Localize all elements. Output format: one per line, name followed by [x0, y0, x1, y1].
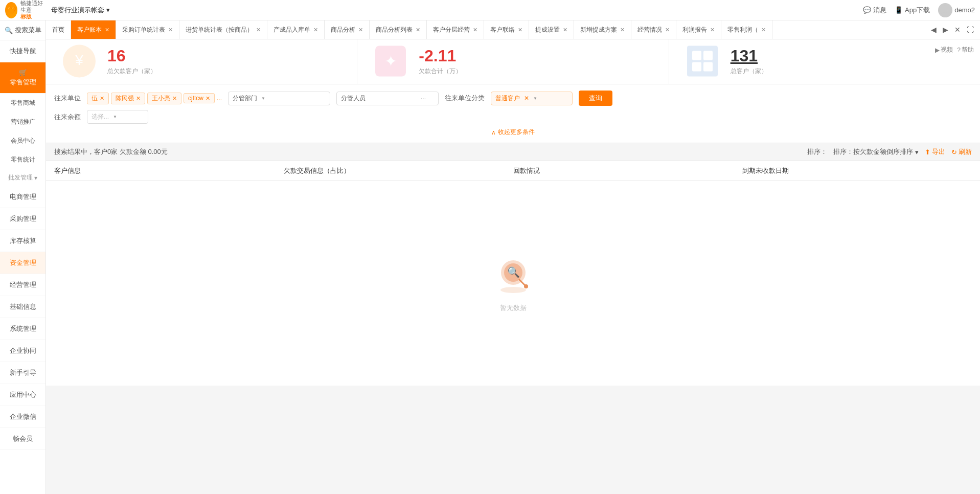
tag-remove-1[interactable]: ✕ [100, 95, 104, 102]
query-btn[interactable]: 查询 [579, 91, 612, 106]
sidebar-item-batch-mgmt[interactable]: 批发管理 ▾ [0, 169, 45, 186]
company-selector[interactable]: 母婴行业演示帐套 ▾ [51, 6, 110, 15]
message-icon: 💬 [863, 6, 871, 14]
user-profile-btn[interactable]: demo2 [938, 3, 975, 17]
download-icon: 📱 [895, 6, 903, 14]
sidebar-item-app-center[interactable]: 应用中心 [0, 384, 45, 406]
chevron-down-icon: ▾ [106, 6, 110, 14]
col-due-date: 到期未收款日期 [742, 166, 972, 175]
sidebar-item-enterprise-wechat[interactable]: 企业微信 [0, 406, 45, 428]
tab-bar: 首页 客户账本 ✕ 采购订单统计表 ✕ 进货单统计表（按商品） ✕ 产成品入库单… [46, 20, 980, 39]
table-body: 🔍 暂无数据 [46, 181, 980, 386]
tab-customer-account[interactable]: 客户账本 ✕ [71, 20, 116, 39]
sidebar-item-vip[interactable]: 畅会员 [0, 428, 45, 450]
help-icon: ? [957, 47, 961, 54]
tab-new-tip-plan[interactable]: 新增提成方案 ✕ [574, 20, 631, 39]
sidebar-item-member-center[interactable]: 会员中心 [0, 131, 45, 150]
logo-text: 畅捷通好生意 标版 [20, 0, 46, 20]
filter-more-btn[interactable]: ... [217, 95, 222, 102]
sidebar-search-btn[interactable]: 🔍 搜索菜单 [4, 26, 41, 35]
tag-remove-2[interactable]: ✕ [136, 95, 141, 102]
tab-home[interactable]: 首页 [46, 20, 71, 39]
refresh-btn[interactable]: ↻ 刷新 [951, 147, 972, 156]
tab-close-retail-profit[interactable]: ✕ [761, 27, 766, 33]
tab-close-new-tip[interactable]: ✕ [620, 27, 625, 33]
tab-close-product-list[interactable]: ✕ [416, 27, 420, 33]
sidebar-item-retail-stats[interactable]: 零售统计 [0, 150, 45, 169]
tab-close-product-analysis[interactable]: ✕ [358, 27, 363, 33]
chevron-down-icon: ▾ [34, 174, 37, 182]
svg-point-11 [500, 287, 526, 293]
stat-total-debt-amount: ✦ -2.11 欠款合计（万） [357, 39, 669, 84]
unit-class-select[interactable]: 普通客户 ✕ [491, 92, 573, 105]
sidebar-item-retail-mall[interactable]: 零售商城 [0, 94, 45, 113]
balance-select[interactable]: 选择... [87, 110, 148, 124]
tab-retail-profit[interactable]: 零售利润（ ✕ [721, 20, 772, 39]
tab-profit-report[interactable]: 利润报告 ✕ [676, 20, 721, 39]
tab-product-analysis[interactable]: 商品分析 ✕ [325, 20, 370, 39]
tab-close-contact[interactable]: ✕ [518, 27, 522, 33]
sidebar-item-capital[interactable]: 资金管理 [0, 252, 45, 274]
sidebar-item-purchase[interactable]: 采购管理 [0, 208, 45, 230]
export-btn[interactable]: ⬆ 导出 [925, 147, 945, 156]
empty-text: 暂无数据 [500, 303, 527, 312]
data-table: 客户信息 欠款交易信息（占比） 回款情况 到期未收款日期 🔍 [46, 161, 980, 386]
tab-close-tip-settings[interactable]: ✕ [563, 27, 567, 33]
tab-product-analysis-list[interactable]: 商品分析列表 ✕ [370, 20, 427, 39]
refresh-icon: ↻ [951, 148, 957, 156]
help-btn[interactable]: ? 帮助 [957, 46, 974, 54]
sidebar-item-new-guide[interactable]: 新手引导 [0, 362, 45, 384]
stat-total-debt-customers: ¥ 16 总欠款客户（家） [46, 39, 357, 84]
tab-close-customer-account[interactable]: ✕ [105, 27, 109, 33]
video-btn[interactable]: ▶ 视频 [935, 46, 953, 54]
tab-prev-btn[interactable]: ◀ [929, 25, 939, 35]
tab-production-inbound[interactable]: 产成品入库单 ✕ [267, 20, 325, 39]
col-repayment: 回款情况 [513, 166, 743, 175]
empty-state: 🔍 暂无数据 [493, 213, 534, 353]
tab-fullscreen-btn[interactable]: ⛶ [965, 25, 976, 35]
sidebar-item-operations[interactable]: 经营管理 [0, 274, 45, 296]
sidebar-item-system[interactable]: 系统管理 [0, 318, 45, 340]
sidebar: 🔍 搜索菜单 快捷导航 🛒 零售管理 零售商城 营销推广 会员中心 零售统计 [0, 20, 46, 494]
tab-close-purchase[interactable]: ✕ [168, 27, 173, 33]
tab-tip-settings[interactable]: 提成设置 ✕ [529, 20, 574, 39]
table-header: 客户信息 欠款交易信息（占比） 回款情况 到期未收款日期 [46, 161, 980, 181]
sidebar-item-ecommerce[interactable]: 电商管理 [0, 186, 45, 208]
tab-customer-contact[interactable]: 客户联络 ✕ [484, 20, 529, 39]
tab-purchase-order[interactable]: 采购订单统计表 ✕ [116, 20, 179, 39]
filter-area: 往来单位 伍 ✕ 陈民强 ✕ 王小亮 [46, 84, 980, 143]
unit-class-remove[interactable]: ✕ [524, 95, 529, 102]
filter-tag-3: 王小亮 ✕ [147, 93, 181, 104]
stat1-text-group: 16 总欠款客户（家） [107, 48, 156, 76]
svg-text:🔍: 🔍 [507, 266, 519, 278]
tab-close-all-btn[interactable]: ✕ [952, 25, 963, 35]
tab-close-production[interactable]: ✕ [313, 27, 318, 33]
balance-placeholder: 选择... [92, 113, 109, 121]
tab-close-segment[interactable]: ✕ [473, 27, 477, 33]
tab-customer-segment[interactable]: 客户分层经营 ✕ [427, 20, 484, 39]
tag-remove-3[interactable]: ✕ [172, 95, 177, 102]
sidebar-item-basic-info[interactable]: 基础信息 [0, 296, 45, 318]
sidebar-item-quick-nav[interactable]: 快捷导航 [0, 40, 45, 62]
tab-inbound-stats[interactable]: 进货单统计表（按商品） ✕ [179, 20, 267, 39]
dept-select[interactable]: 分管部门 [228, 92, 330, 105]
sidebar-item-marketing[interactable]: 营销推广 [0, 113, 45, 131]
collapse-btn[interactable]: ∧ 收起更多条件 [54, 128, 972, 137]
sidebar-item-inventory[interactable]: 库存核算 [0, 230, 45, 252]
app-download-btn[interactable]: 📱 App下载 [895, 6, 930, 15]
tab-close-inbound[interactable]: ✕ [256, 27, 261, 33]
sidebar-item-enterprise-collab[interactable]: 企业协同 [0, 340, 45, 362]
tab-operations[interactable]: 经营情况 ✕ [631, 20, 676, 39]
sort-select[interactable]: 排序：按欠款金额倒序排序 ▾ [833, 147, 919, 156]
message-btn[interactable]: 💬 消息 [863, 6, 886, 15]
tag-remove-4[interactable]: ✕ [206, 95, 210, 102]
sidebar-item-retail-mgmt[interactable]: 🛒 零售管理 [0, 62, 45, 94]
tab-next-btn[interactable]: ▶ [941, 25, 950, 35]
video-help: ▶ 视频 ? 帮助 [935, 46, 974, 54]
svg-rect-9 [692, 62, 701, 71]
person-select[interactable]: 分管人员 ··· [336, 92, 439, 105]
tab-close-profit[interactable]: ✕ [710, 27, 715, 33]
tab-close-operations[interactable]: ✕ [665, 27, 670, 33]
logo-area: 🧡 畅捷通好生意 标版 [5, 0, 46, 20]
top-bar: 🧡 畅捷通好生意 标版 母婴行业演示帐套 ▾ 💬 消息 📱 App下载 [0, 0, 980, 20]
